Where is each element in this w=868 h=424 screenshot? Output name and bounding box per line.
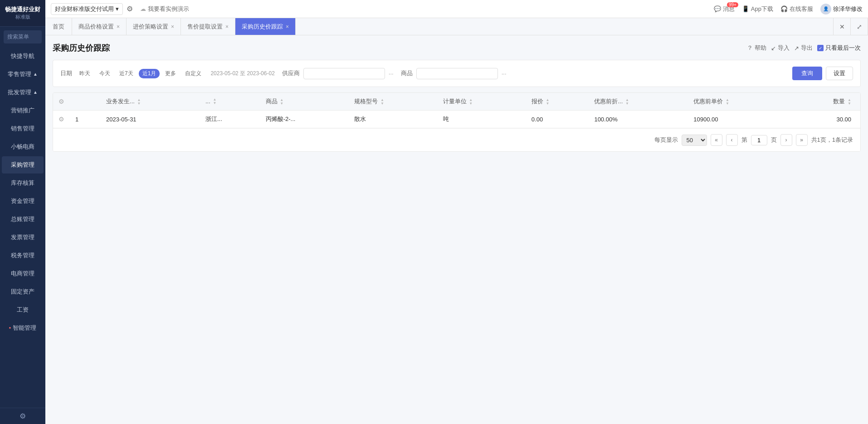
- first-page-button[interactable]: «: [711, 134, 722, 146]
- prev-page-button[interactable]: ‹: [726, 134, 738, 146]
- page-prefix-label: 第: [741, 136, 747, 144]
- message-badge[interactable]: 💬 消息 99+: [714, 5, 735, 13]
- sidebar-item-sales[interactable]: 销售管理: [2, 120, 44, 137]
- row-gear-icon[interactable]: ⚙: [59, 116, 64, 123]
- sidebar-item-payroll[interactable]: 工资: [2, 301, 44, 318]
- marketing-label: 营销推广: [11, 106, 34, 115]
- sidebar-item-retail[interactable]: 零售管理 ▲: [2, 66, 44, 83]
- app-download-btn[interactable]: 📱 App下载: [742, 5, 773, 13]
- date-option-custom[interactable]: 自定义: [181, 69, 205, 78]
- cloud-icon: ☁: [140, 5, 146, 12]
- tab-purchase-history-close[interactable]: ×: [286, 24, 289, 29]
- date-option-7days[interactable]: 近7天: [116, 69, 137, 78]
- export-icon: ↗: [794, 45, 799, 52]
- only-last-checkbox[interactable]: ✓ 只看最后一次: [817, 44, 861, 52]
- ecommerce-small-label: 小畅电商: [11, 143, 34, 151]
- import-label: 导入: [778, 44, 790, 52]
- goods-more-btn[interactable]: ···: [502, 70, 507, 77]
- help-label: 帮助: [755, 44, 766, 52]
- cell-quantity: 30.00: [790, 111, 860, 128]
- tab-sale-price-close[interactable]: ×: [225, 24, 229, 29]
- date-option-more[interactable]: 更多: [161, 69, 180, 78]
- date-option-today[interactable]: 今天: [96, 69, 114, 78]
- tab-sale-price[interactable]: 售价提取设置 ×: [181, 18, 235, 35]
- tab-price-close[interactable]: ×: [117, 24, 120, 29]
- sort-goods-icon: ▲▼: [280, 98, 283, 106]
- sidebar-item-inventory[interactable]: 库存核算: [2, 174, 44, 192]
- sidebar-item-wholesale[interactable]: 批发管理 ▲: [2, 84, 44, 101]
- purchase-label: 采购管理: [11, 161, 34, 169]
- topbar-settings-button[interactable]: ⚙: [127, 5, 133, 13]
- quick-nav-label: 快捷导航: [11, 52, 34, 60]
- col-header-quantity[interactable]: 数量 ▲▼: [790, 93, 860, 111]
- tab-purchase-price-label: 进价策略设置: [133, 23, 168, 31]
- filter-goods: 商品 ···: [401, 68, 507, 79]
- wholesale-label: 批发管理: [8, 88, 31, 96]
- sidebar-item-tax[interactable]: 税务管理: [2, 247, 44, 264]
- col-header-discount[interactable]: 优惠前折... ▲▼: [589, 93, 688, 111]
- sidebar-item-marketing[interactable]: 营销推广: [2, 102, 44, 119]
- sidebar-item-ecommerce[interactable]: 电商管理: [2, 265, 44, 282]
- user-menu[interactable]: 👤 徐泽华修改: [820, 4, 863, 14]
- ecommerce-label: 电商管理: [11, 270, 34, 278]
- retail-label: 零售管理: [8, 70, 31, 78]
- col-header-date[interactable]: 业务发生... ▲▼: [101, 93, 200, 111]
- sidebar-item-ecommerce-small[interactable]: 小畅电商: [2, 138, 44, 155]
- import-button[interactable]: ↙ 导入: [771, 44, 790, 52]
- topbar: 好业财标准版交付试用 ▾ ⚙ ☁ 我要看实例演示 💬 消息 99+ 📱 App下…: [45, 0, 868, 18]
- sidebar-item-ledger[interactable]: 总账管理: [2, 211, 44, 228]
- col-header-quote[interactable]: 报价 ▲▼: [526, 93, 589, 111]
- filter-area: 日期 昨天 今天 近7天 近1月 更多 自定义 2023-05-02 至 202…: [53, 60, 861, 87]
- date-option-yesterday[interactable]: 昨天: [76, 69, 94, 78]
- invoice-label: 发票管理: [11, 233, 34, 241]
- per-page-select[interactable]: 50 20 100: [682, 135, 707, 146]
- col-header-spec[interactable]: 规格型号 ▲▼: [349, 93, 437, 111]
- supplier-input[interactable]: [303, 68, 385, 79]
- export-button[interactable]: ↗ 导出: [794, 44, 813, 52]
- cell-quote: 0.00: [526, 111, 589, 128]
- page-title: 采购历史价跟踪: [53, 43, 110, 53]
- date-options: 昨天 今天 近7天 近1月 更多 自定义: [76, 69, 205, 78]
- date-option-1month[interactable]: 近1月: [139, 69, 160, 78]
- col-header-more[interactable]: ... ▲▼: [200, 93, 260, 111]
- sort-quote-icon: ▲▼: [546, 98, 549, 106]
- goods-input[interactable]: [416, 68, 498, 79]
- sort-discount-icon: ▲▼: [625, 98, 629, 106]
- sidebar-item-fixed-assets[interactable]: 固定资产: [2, 283, 44, 300]
- tab-purchase-history[interactable]: 采购历史价跟踪 ×: [235, 18, 296, 35]
- last-page-button[interactable]: »: [796, 134, 808, 146]
- sidebar-bottom: ⚙: [0, 408, 45, 424]
- help-button[interactable]: ？ 帮助: [747, 44, 766, 52]
- tab-home[interactable]: 首页: [45, 18, 72, 35]
- gear-header-icon[interactable]: ⚙: [59, 98, 64, 105]
- sidebar-item-quick-nav[interactable]: 快捷导航: [2, 48, 44, 65]
- settings-button[interactable]: 设置: [826, 67, 853, 80]
- tab-purchase-price-close[interactable]: ×: [171, 24, 174, 29]
- sidebar-item-invoice[interactable]: 发票管理: [2, 229, 44, 246]
- col-header-unit[interactable]: 计量单位 ▲▼: [438, 93, 526, 111]
- col-header-pre-discount-price[interactable]: 优惠前单价 ▲▼: [688, 93, 790, 111]
- cell-unit: 吨: [438, 111, 526, 128]
- table-row: ⚙ 1 2023-05-31 浙江... 丙烯酸-2-... 散水 吨 0.00…: [53, 111, 860, 128]
- sidebar-item-smart[interactable]: 智能管理: [2, 319, 44, 337]
- table-container: ⚙ 业务发生... ▲▼ ... ▲▼ 商品 ▲▼: [53, 92, 861, 152]
- sidebar-gear-icon[interactable]: ⚙: [20, 412, 26, 420]
- online-service-btn[interactable]: 🎧 在线客服: [780, 5, 813, 13]
- tab-price-settings[interactable]: 商品价格设置 ×: [72, 18, 127, 35]
- page-number-input[interactable]: [751, 135, 767, 145]
- tab-purchase-price[interactable]: 进价策略设置 ×: [127, 18, 181, 35]
- query-button[interactable]: 查询: [792, 67, 822, 80]
- col-header-goods[interactable]: 商品 ▲▼: [260, 93, 349, 111]
- sort-pre-price-icon: ▲▼: [726, 98, 729, 106]
- sidebar-item-purchase[interactable]: 采购管理: [2, 156, 44, 173]
- search-menu-button[interactable]: 搜索菜单: [4, 30, 42, 43]
- sidebar-item-finance[interactable]: 资金管理: [2, 193, 44, 210]
- demo-label: 我要看实例演示: [148, 5, 189, 13]
- version-selector[interactable]: 好业财标准版交付试用 ▾: [51, 3, 123, 15]
- next-page-button[interactable]: ›: [780, 134, 792, 146]
- only-last-label: 只看最后一次: [825, 44, 861, 52]
- tab-close-window-btn[interactable]: ✕: [834, 18, 851, 35]
- demo-button[interactable]: ☁ 我要看实例演示: [140, 5, 189, 13]
- tab-maximize-btn[interactable]: ⤢: [851, 18, 868, 35]
- supplier-more-btn[interactable]: ···: [389, 70, 394, 77]
